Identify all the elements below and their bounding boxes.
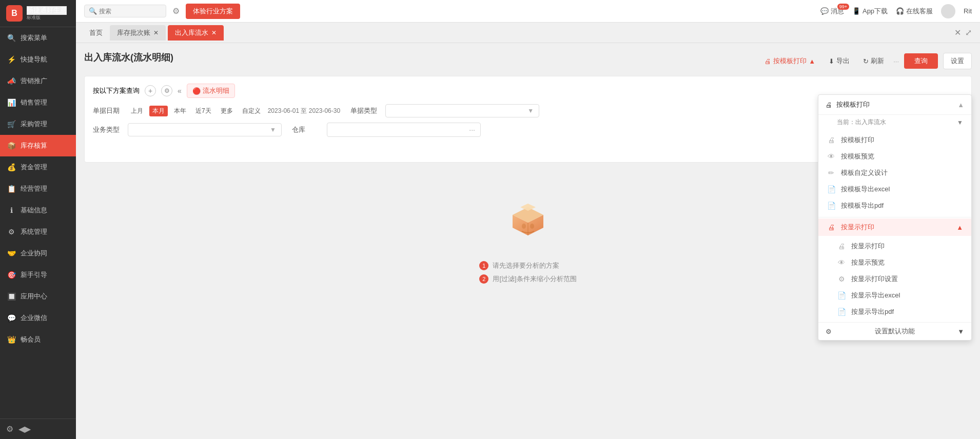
- close-all-tabs-icon[interactable]: ✕: [954, 28, 961, 37]
- sidebar-item-search[interactable]: 🔍 搜索菜单: [0, 27, 76, 49]
- expand-icon[interactable]: ⤢: [965, 28, 972, 37]
- refresh-button[interactable]: ↻ 刷新: [859, 54, 888, 68]
- search-input[interactable]: [99, 8, 161, 15]
- system-icon: ⚙: [6, 227, 16, 237]
- sidebar-item-operations[interactable]: 📋 经营管理: [0, 178, 76, 199]
- filter-settings-button[interactable]: ⚙: [161, 85, 172, 96]
- date-opt-last-month[interactable]: 上月: [128, 106, 146, 116]
- template-print-button[interactable]: 🖨 按模板打印 ▲: [760, 54, 819, 68]
- member-icon: 👑: [6, 334, 16, 345]
- sidebar-item-inventory[interactable]: 📦 库存核算: [0, 135, 76, 156]
- display-export-pdf-label: 按显示导出pdf: [851, 307, 894, 316]
- tab-home[interactable]: 首页: [84, 25, 108, 41]
- settings-icon: ⚙: [837, 275, 846, 283]
- print-icon: 🖨: [837, 242, 846, 250]
- message-button[interactable]: 💬 消息 99+: [820, 7, 844, 16]
- sidebar-item-label: 系统管理: [21, 227, 47, 236]
- sidebar-item-label: 资金管理: [21, 163, 47, 172]
- warehouse-select[interactable]: ···: [327, 123, 481, 137]
- tab-batch[interactable]: 库存批次账 ✕: [110, 25, 166, 41]
- date-opt-custom[interactable]: 自定义: [239, 106, 264, 116]
- sidebar-item-finance[interactable]: 💰 资金管理: [0, 156, 76, 178]
- user-avatar[interactable]: [941, 4, 955, 18]
- sidebar-item-sales[interactable]: 📊 销售管理: [0, 92, 76, 113]
- excel-icon: 📄: [837, 291, 846, 300]
- industry-solution-button[interactable]: 体验行业方案: [186, 4, 240, 19]
- sidebar-item-quick-nav[interactable]: ⚡ 快捷导航: [0, 49, 76, 70]
- empty-step-1: 1 请先选择要分析的方案: [479, 261, 576, 270]
- display-print-header-item[interactable]: 🖨 按显示打印 ▲: [818, 218, 971, 236]
- inventory-icon: 📦: [6, 141, 16, 151]
- display-print-item[interactable]: 🖨 按显示打印: [829, 238, 971, 254]
- date-opt-more[interactable]: 更多: [218, 106, 236, 116]
- sidebar-item-label: 搜索菜单: [21, 33, 47, 43]
- date-filter-label: 单据日期: [93, 106, 124, 115]
- bill-type-select[interactable]: ▼: [385, 104, 539, 117]
- tab-batch-close[interactable]: ✕: [153, 29, 159, 36]
- set-default-label: 设置默认功能: [875, 327, 915, 336]
- sidebar-item-guide[interactable]: 🎯 新手引导: [0, 264, 76, 286]
- display-export-excel-item[interactable]: 📄 按显示导出excel: [829, 287, 971, 304]
- settings-gear-icon[interactable]: ⚙: [172, 6, 180, 16]
- sidebar-item-wechat[interactable]: 💬 企业微信: [0, 307, 76, 329]
- flow-detail-tag[interactable]: 🔴 流水明细: [187, 84, 235, 98]
- dropdown-divider: [818, 217, 971, 217]
- search-icon: 🔍: [89, 7, 97, 15]
- app-download-button[interactable]: 📱 App下载: [852, 7, 888, 16]
- empty-state-icon: [502, 199, 554, 251]
- message-badge: 99+: [837, 4, 849, 10]
- online-service-button[interactable]: 🎧 在线客服: [896, 7, 933, 16]
- bill-type-label: 单据类型: [350, 106, 381, 115]
- dropdown-collapse-icon[interactable]: ▲: [957, 101, 964, 109]
- add-filter-button[interactable]: +: [145, 85, 156, 96]
- template-custom-item[interactable]: ✏ 模板自定义设计: [818, 165, 971, 181]
- query-button[interactable]: 查询: [904, 53, 938, 69]
- sidebar-item-member[interactable]: 👑 畅会员: [0, 329, 76, 350]
- settings-icon[interactable]: ⚙: [6, 424, 13, 434]
- search-icon: 🔍: [6, 33, 16, 43]
- tab-flow-close[interactable]: ✕: [211, 29, 217, 36]
- date-opt-this-month[interactable]: 本月: [149, 106, 168, 116]
- template-print-item[interactable]: 🖨 按模板打印: [818, 132, 971, 148]
- export-button[interactable]: ⬇ 导出: [825, 54, 854, 68]
- step-1-num: 1: [479, 261, 488, 270]
- sidebar-item-app-center[interactable]: 🔲 应用中心: [0, 286, 76, 307]
- more-icon[interactable]: ···: [893, 57, 899, 65]
- display-export-pdf-item[interactable]: 📄 按显示导出pdf: [829, 304, 971, 320]
- sidebar-item-system[interactable]: ⚙ 系统管理: [0, 221, 76, 243]
- display-print-settings-label: 按显示打印设置: [851, 274, 898, 284]
- sidebar-item-purchase[interactable]: 🛒 采购管理: [0, 113, 76, 135]
- set-default-button[interactable]: ⚙ 设置默认功能 ▼: [818, 322, 971, 340]
- phone-icon: 📱: [852, 7, 860, 15]
- collapse-filter-button[interactable]: «: [178, 87, 182, 95]
- tab-flow[interactable]: 出入库流水 ✕: [168, 25, 224, 41]
- template-export-pdf-item[interactable]: 📄 按模板导出pdf: [818, 197, 971, 214]
- quick-nav-icon: ⚡: [6, 54, 16, 65]
- display-print-header-label: 按显示打印: [841, 223, 874, 232]
- business-type-select[interactable]: ▼: [128, 123, 282, 136]
- date-opt-7days[interactable]: 近7天: [192, 106, 214, 116]
- date-opt-this-year[interactable]: 本年: [171, 106, 189, 116]
- sidebar-item-basic-info[interactable]: ℹ 基础信息: [0, 199, 76, 221]
- template-preview-item[interactable]: 👁 按模板预览: [818, 148, 971, 165]
- filter-date-item: 单据日期 上月 本月 本年 近7天 更多 自定义 2023-06-01 至 20…: [93, 106, 340, 116]
- template-export-excel-item[interactable]: 📄 按模板导出excel: [818, 181, 971, 197]
- display-print-settings-item[interactable]: ⚙ 按显示打印设置: [829, 271, 971, 287]
- print-icon: 🖨: [826, 101, 832, 109]
- settings-button[interactable]: 设置: [943, 53, 972, 69]
- sidebar-item-marketing[interactable]: 📣 营销推广: [0, 70, 76, 92]
- collapse-sidebar-icon[interactable]: ◀▶: [18, 424, 31, 434]
- more-dots-icon: ···: [469, 126, 475, 134]
- refresh-icon: ↻: [863, 57, 869, 65]
- basic-info-icon: ℹ: [6, 205, 16, 215]
- display-preview-item[interactable]: 👁 按显示预览: [829, 254, 971, 271]
- enterprise-icon: 🤝: [6, 248, 16, 258]
- sidebar-item-enterprise[interactable]: 🤝 企业协同: [0, 243, 76, 264]
- sidebar-item-label: 销售管理: [21, 98, 47, 107]
- filter-tag-area: 🔴 流水明细: [187, 84, 235, 98]
- app-logo-icon: B: [6, 5, 23, 22]
- svg-marker-2: [520, 204, 536, 211]
- template-print-item-label: 按模板打印: [841, 135, 874, 145]
- display-section: 🖨 按显示打印 👁 按显示预览 ⚙ 按显示打印设置 📄 按显示导出excel 📄: [818, 236, 971, 322]
- topbar-search-box[interactable]: 🔍: [84, 5, 166, 17]
